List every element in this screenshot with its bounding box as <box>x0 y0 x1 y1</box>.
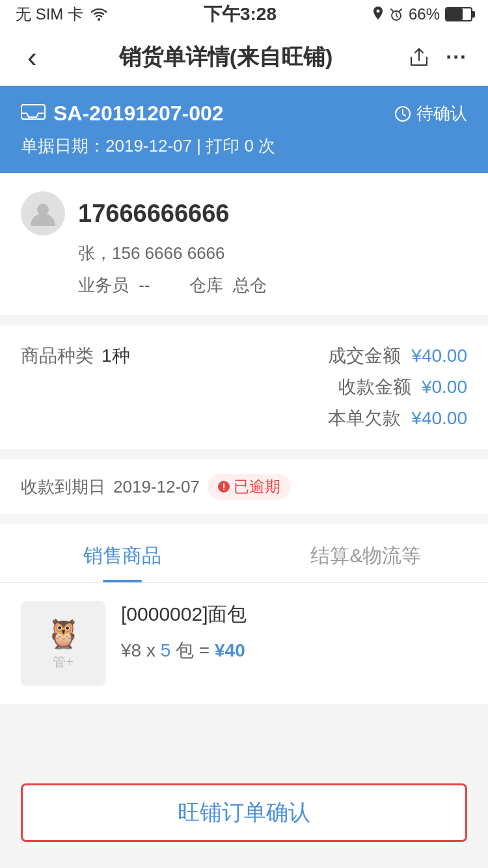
product-name: [0000002]面包 <box>121 601 467 628</box>
battery-percent: 66% <box>409 5 440 23</box>
page-title: 销货单详情(来自旺铺) <box>119 42 333 72</box>
back-button[interactable]: ‹ <box>21 34 44 80</box>
status-bar: 无 SIM 卡 下午3:28 66% <box>0 0 488 29</box>
product-type-summary: 商品种类 1种 <box>21 344 130 368</box>
summary-card: 商品种类 1种 成交金额 ¥40.00 收款金额 ¥0.00 本单欠款 ¥40.… <box>0 325 488 449</box>
balance-label: 本单欠款 <box>328 406 401 431</box>
warehouse-item: 仓库 总仓 <box>189 274 267 297</box>
alarm-icon <box>389 7 403 22</box>
product-type-value: 1种 <box>102 344 130 368</box>
person-icon <box>29 200 57 227</box>
table-row: 🦉 管+ [0000002]面包 ¥8 x 5 包 = ¥40 <box>0 583 488 704</box>
customer-name: 张，156 6666 6666 <box>21 242 467 265</box>
deal-amount-value: ¥40.00 <box>411 346 467 366</box>
tabs-bar: 销售商品 结算&物流等 <box>0 524 488 583</box>
confirm-button-wrap: 旺铺订单确认 <box>0 783 488 842</box>
salesperson-item: 业务员 -- <box>78 274 150 297</box>
order-status: 待确认 <box>394 102 467 125</box>
brand-text: 管+ <box>53 653 74 671</box>
balance-value: ¥40.00 <box>411 408 467 429</box>
status-bar-left: 无 SIM 卡 <box>16 4 108 25</box>
customer-phone: 17666666666 <box>78 200 229 228</box>
due-date-value: 2019-12-07 <box>113 477 200 497</box>
due-date-label: 收款到期日 <box>21 476 105 498</box>
order-id: SA-20191207-002 <box>21 102 224 126</box>
product-price-line: ¥8 x 5 包 = ¥40 <box>121 638 467 663</box>
status-bar-right: 66% <box>372 5 472 23</box>
receipt-amount-label: 收款金额 <box>338 375 411 400</box>
nav-actions: ··· <box>408 45 467 69</box>
product-quantity: 5 <box>161 640 171 660</box>
avatar <box>21 191 65 236</box>
tab-settlement-logistics[interactable]: 结算&物流等 <box>244 524 488 582</box>
share-icon[interactable] <box>408 46 430 68</box>
amount-summary: 成交金额 ¥40.00 收款金额 ¥0.00 本单欠款 ¥40.00 <box>328 344 467 431</box>
warehouse-value: 总仓 <box>233 275 267 295</box>
receipt-amount-row: 收款金额 ¥0.00 <box>338 375 467 400</box>
wifi-icon <box>90 8 108 21</box>
confirm-order-button[interactable]: 旺铺订单确认 <box>21 783 467 842</box>
tab-sales-products[interactable]: 销售商品 <box>0 524 244 582</box>
more-button[interactable]: ··· <box>446 45 467 69</box>
price-per-unit: ¥8 <box>121 640 141 660</box>
overdue-icon: ! <box>218 481 230 493</box>
warehouse-label: 仓库 <box>189 275 223 295</box>
product-info: [0000002]面包 ¥8 x 5 包 = ¥40 <box>121 601 467 663</box>
order-icon <box>21 104 46 124</box>
status-bar-time: 下午3:28 <box>204 2 277 27</box>
due-date-card: 收款到期日 2019-12-07 ! 已逾期 <box>0 459 488 514</box>
brand-logo-icon: 🦉 <box>46 617 81 651</box>
customer-card: 17666666666 张，156 6666 6666 业务员 -- 仓库 总仓 <box>0 173 488 315</box>
product-total: ¥40 <box>215 640 245 660</box>
overdue-text: 已逾期 <box>234 476 280 497</box>
order-date: 单据日期：2019-12-07 | 打印 0 次 <box>21 135 467 157</box>
deal-amount-label: 成交金额 <box>328 344 401 368</box>
product-type-label: 商品种类 <box>21 344 94 368</box>
customer-meta: 业务员 -- 仓库 总仓 <box>21 274 467 297</box>
product-thumbnail: 🦉 管+ <box>21 601 105 686</box>
clock-icon <box>394 105 411 122</box>
salesperson-label: 业务员 <box>78 275 129 295</box>
balance-row: 本单欠款 ¥40.00 <box>328 406 467 431</box>
nav-bar: ‹ 销货单详情(来自旺铺) ··· <box>0 29 488 86</box>
deal-amount-row: 成交金额 ¥40.00 <box>328 344 467 368</box>
battery-icon <box>445 7 472 21</box>
product-unit: 包 <box>176 640 194 660</box>
location-icon <box>372 7 384 22</box>
order-banner: SA-20191207-002 待确认 单据日期：2019-12-07 | 打印… <box>0 86 488 173</box>
product-list: 🦉 管+ [0000002]面包 ¥8 x 5 包 = ¥40 <box>0 583 488 704</box>
overdue-badge: ! 已逾期 <box>208 474 291 500</box>
carrier-text: 无 SIM 卡 <box>16 4 83 25</box>
receipt-amount-value: ¥0.00 <box>422 377 467 398</box>
salesperson-value: -- <box>139 275 150 295</box>
